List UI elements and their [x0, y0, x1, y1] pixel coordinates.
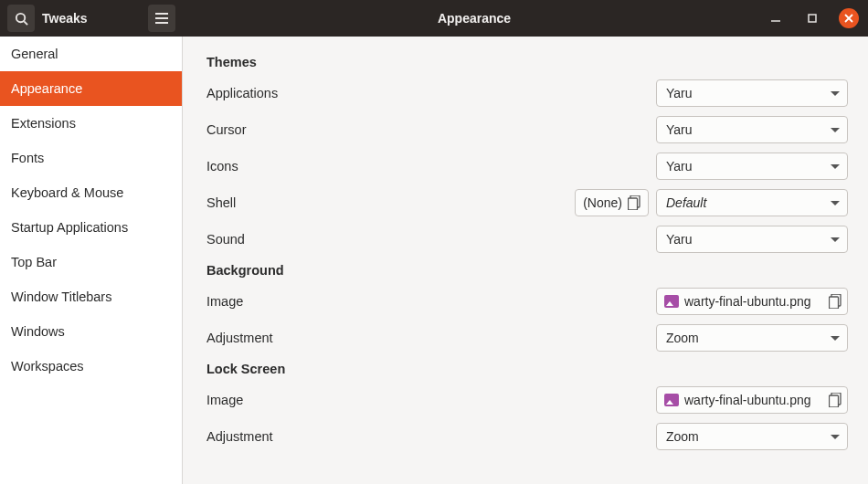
label-icons: Icons: [206, 159, 656, 174]
document-icon: [628, 195, 640, 210]
file-name: warty-final-ubuntu.png: [684, 294, 823, 309]
dropdown-value: Zoom: [666, 429, 831, 444]
chevron-down-icon: [831, 237, 840, 242]
minimize-button[interactable]: [766, 8, 786, 28]
section-background-title: Background: [203, 258, 848, 283]
dropdown-applications[interactable]: Yaru: [656, 79, 848, 107]
dropdown-sound[interactable]: Yaru: [656, 226, 848, 253]
svg-rect-10: [629, 198, 638, 210]
svg-rect-14: [830, 395, 839, 407]
shell-file-value: (None): [583, 195, 622, 210]
dropdown-value: Zoom: [666, 331, 831, 345]
label-sound: Sound: [206, 232, 656, 247]
file-button-bg-image[interactable]: warty-final-ubuntu.png: [656, 288, 848, 315]
document-icon: [829, 393, 842, 407]
shell-file-button[interactable]: (None): [575, 189, 649, 216]
dropdown-bg-adjustment[interactable]: Zoom: [656, 324, 848, 352]
chevron-down-icon: [831, 435, 840, 439]
minimize-icon: [771, 14, 780, 23]
close-icon: [844, 14, 853, 23]
sidebar: General Appearance Extensions Fonts Keyb…: [0, 37, 183, 484]
maximize-icon: [808, 14, 817, 23]
sidebar-item-appearance[interactable]: Appearance: [0, 71, 182, 106]
page-title: Appearance: [183, 11, 766, 26]
image-icon: [664, 295, 679, 308]
sidebar-item-top-bar[interactable]: Top Bar: [0, 245, 182, 279]
label-applications: Applications: [206, 86, 656, 100]
chevron-down-icon: [831, 91, 840, 96]
label-ls-image: Image: [206, 393, 656, 407]
dropdown-icons[interactable]: Yaru: [656, 153, 848, 180]
dropdown-value: Yaru: [666, 122, 831, 137]
menu-button[interactable]: [148, 5, 175, 32]
label-ls-adjustment: Adjustment: [206, 429, 656, 444]
file-button-ls-image[interactable]: warty-final-ubuntu.png: [656, 386, 848, 414]
label-bg-adjustment: Adjustment: [206, 331, 656, 345]
svg-rect-12: [830, 297, 839, 309]
content-area: Themes Applications Yaru Cursor Yaru Ico…: [183, 37, 868, 484]
section-lockscreen-title: Lock Screen: [203, 356, 848, 382]
chevron-down-icon: [831, 201, 840, 205]
svg-point-0: [16, 13, 24, 21]
close-button[interactable]: [839, 8, 859, 28]
svg-line-1: [24, 21, 27, 25]
label-bg-image: Image: [206, 294, 656, 309]
sidebar-item-fonts[interactable]: Fonts: [0, 141, 182, 175]
label-cursor: Cursor: [206, 122, 656, 137]
search-button[interactable]: [7, 5, 35, 32]
titlebar: Tweaks Appearance: [0, 0, 868, 37]
search-icon: [15, 12, 28, 26]
app-title: Tweaks: [42, 11, 141, 26]
dropdown-value: Default: [666, 195, 831, 210]
dropdown-shell[interactable]: Default: [656, 189, 848, 216]
sidebar-item-windows[interactable]: Windows: [0, 314, 182, 349]
chevron-down-icon: [831, 128, 840, 132]
sidebar-item-keyboard-mouse[interactable]: Keyboard & Mouse: [0, 175, 182, 210]
sidebar-item-workspaces[interactable]: Workspaces: [0, 349, 182, 384]
chevron-down-icon: [831, 336, 840, 341]
image-icon: [664, 394, 679, 406]
section-themes-title: Themes: [203, 49, 848, 75]
document-icon: [829, 294, 842, 309]
maximize-button[interactable]: [802, 8, 822, 28]
dropdown-ls-adjustment[interactable]: Zoom: [656, 423, 848, 450]
file-name: warty-final-ubuntu.png: [684, 393, 823, 407]
sidebar-item-startup-applications[interactable]: Startup Applications: [0, 210, 182, 245]
dropdown-value: Yaru: [666, 86, 831, 100]
dropdown-cursor[interactable]: Yaru: [656, 116, 848, 143]
chevron-down-icon: [831, 164, 840, 169]
sidebar-item-window-titlebars[interactable]: Window Titlebars: [0, 279, 182, 314]
label-shell: Shell: [206, 195, 575, 210]
svg-rect-6: [809, 15, 816, 22]
sidebar-item-general[interactable]: General: [0, 37, 182, 71]
dropdown-value: Yaru: [666, 232, 831, 247]
dropdown-value: Yaru: [666, 159, 831, 174]
sidebar-item-extensions[interactable]: Extensions: [0, 106, 182, 141]
hamburger-icon: [155, 13, 168, 24]
